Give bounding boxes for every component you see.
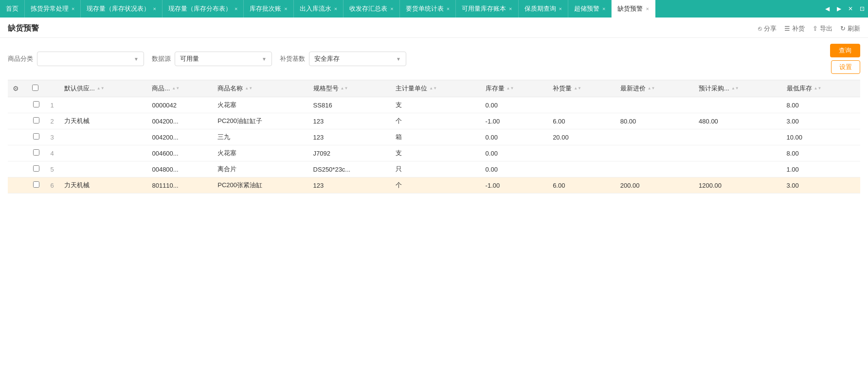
datasource-filter-group: 数据源 可用量 ▼: [152, 52, 272, 66]
tab-close-all-button[interactable]: ✕: [845, 0, 856, 18]
col-checkbox: [27, 80, 45, 97]
row-min-stock-cell: 3.00: [782, 177, 860, 194]
row-name-cell: 火花塞: [213, 145, 308, 161]
tab-bar: 首页 拣货异常处理 × 现存量（库存状况表） × 现存量（库存分布表） × 库存…: [0, 0, 868, 18]
row-supplier-cell: [59, 161, 147, 177]
row-settings-cell: [8, 129, 27, 145]
datasource-select[interactable]: 可用量 ▼: [175, 52, 272, 66]
row-min-stock-cell: 8.00: [782, 97, 860, 113]
settings-icon[interactable]: ⚙: [13, 85, 19, 92]
row-unit-cell: 个: [391, 177, 480, 194]
row-replenish-cell: 6.00: [548, 113, 615, 129]
tab-shortage[interactable]: 缺货预警 ×: [612, 0, 655, 18]
row-checkbox-3[interactable]: [33, 149, 39, 156]
row-est-cell: [694, 97, 781, 113]
row-est-cell: [694, 161, 781, 177]
export-icon: ⇧: [813, 25, 818, 32]
tab-available-ledger[interactable]: 可用量库存账本 ×: [456, 0, 518, 18]
tab-inventory-dist[interactable]: 现存量（库存分布表） ×: [163, 0, 244, 18]
row-stock-cell: -1.00: [481, 177, 548, 194]
tab-expiry-query[interactable]: 保质期查询 ×: [519, 0, 568, 18]
tab-batch-account[interactable]: 库存批次账 ×: [244, 0, 293, 18]
table-header-row: ⚙ 默认供应... ▲▼ 商品...: [8, 80, 860, 97]
tab-close-inout-flow[interactable]: ×: [334, 6, 337, 12]
table-row[interactable]: 6 力天机械 801110... PC200张紧油缸 123 个 -1.00 6…: [8, 177, 860, 194]
table-row[interactable]: 5 004800... 离合片 DS250*23c... 只 0.00 1.00: [8, 161, 860, 177]
row-name-cell: 离合片: [213, 161, 308, 177]
row-settings-cell: [8, 177, 27, 194]
row-checkbox-cell: [27, 161, 45, 177]
row-price-cell: [615, 161, 694, 177]
table-row[interactable]: 3 004200... 三九 123 箱 0.00 20.00 10.00: [8, 129, 860, 145]
row-code-cell: 801110...: [147, 177, 213, 194]
tab-close-inventory-dist[interactable]: ×: [235, 6, 237, 12]
row-min-stock-cell: 3.00: [782, 113, 860, 129]
col-product-code[interactable]: 商品... ▲▼: [147, 80, 213, 97]
datasource-select-value: 可用量: [180, 54, 258, 63]
col-unit[interactable]: 主计量单位 ▲▼: [391, 80, 480, 97]
row-name-cell: PC200油缸缸子: [213, 113, 308, 129]
sort-icon-spec: ▲▼: [341, 87, 348, 90]
table-row[interactable]: 2 力天机械 004200... PC200油缸缸子 123 个 -1.00 6…: [8, 113, 860, 129]
share-button[interactable]: ⎋ 分享: [758, 24, 777, 33]
row-code-cell: 004600...: [147, 145, 213, 161]
row-code-cell: 004200...: [147, 129, 213, 145]
row-settings-cell: [8, 113, 27, 129]
col-stock[interactable]: 库存量 ▲▼: [481, 80, 548, 97]
tab-close-receive-summary[interactable]: ×: [390, 6, 393, 12]
tab-close-expiry-query[interactable]: ×: [559, 6, 562, 12]
col-settings: ⚙: [8, 80, 27, 97]
query-button[interactable]: 查询: [830, 44, 860, 57]
col-est-purchase[interactable]: 预计采购... ▲▼: [694, 80, 781, 97]
row-checkbox-0[interactable]: [33, 101, 39, 107]
tab-close-batch-account[interactable]: ×: [284, 6, 287, 12]
table-row[interactable]: 1 0000042 火花塞 SS816 支 0.00 8.00: [8, 97, 860, 113]
row-checkbox-1[interactable]: [33, 117, 39, 123]
row-num-cell: 4: [45, 145, 59, 161]
tab-close-requisition-stats[interactable]: ×: [447, 6, 450, 12]
row-checkbox-cell: [27, 97, 45, 113]
tab-close-available-ledger[interactable]: ×: [509, 6, 512, 12]
category-select[interactable]: ▼: [37, 52, 144, 66]
col-default-supplier[interactable]: 默认供应... ▲▼: [59, 80, 147, 97]
row-checkbox-2[interactable]: [33, 133, 39, 140]
row-min-stock-cell: 10.00: [782, 129, 860, 145]
col-spec[interactable]: 规格型号 ▲▼: [308, 80, 391, 97]
tab-next-button[interactable]: ▶: [833, 0, 845, 18]
table-row[interactable]: 4 004600... 火花塞 J7092 支 0.00 8.00: [8, 145, 860, 161]
select-all-checkbox[interactable]: [32, 85, 38, 91]
row-price-cell: [615, 97, 694, 113]
settings-button[interactable]: 设置: [831, 60, 860, 74]
col-min-stock[interactable]: 最低库存 ▲▼: [782, 80, 860, 97]
tab-overstock[interactable]: 超储预警 ×: [568, 0, 612, 18]
tab-restore-button[interactable]: ⊡: [856, 0, 868, 18]
tab-prev-button[interactable]: ◀: [821, 0, 833, 18]
col-replenish-qty[interactable]: 补货量 ▲▼: [548, 80, 615, 97]
tab-close-inventory-status[interactable]: ×: [153, 6, 156, 12]
sort-icon-est: ▲▼: [731, 87, 739, 90]
row-replenish-cell: [548, 145, 615, 161]
refresh-button[interactable]: ↻ 刷新: [840, 24, 860, 33]
tab-close-shortage[interactable]: ×: [646, 6, 649, 12]
replenish-button[interactable]: ☰ 补货: [784, 24, 805, 33]
row-supplier-cell: 力天机械: [59, 113, 147, 129]
row-checkbox-5[interactable]: [33, 181, 39, 188]
replenish-base-filter-group: 补货基数 安全库存 ▼: [280, 52, 406, 66]
row-num-cell: 2: [45, 113, 59, 129]
tab-close-overstock[interactable]: ×: [602, 6, 605, 12]
tab-inventory-status[interactable]: 现存量（库存状况表） ×: [81, 0, 162, 18]
row-checkbox-cell: [27, 145, 45, 161]
tab-close-abnormal[interactable]: ×: [72, 6, 74, 12]
tab-abnormal[interactable]: 拣货异常处理 ×: [25, 0, 81, 18]
tab-requisition-stats[interactable]: 要货单统计表 ×: [400, 0, 456, 18]
tab-inout-flow[interactable]: 出入库流水 ×: [294, 0, 344, 18]
row-checkbox-4[interactable]: [33, 165, 39, 172]
tab-home[interactable]: 首页: [0, 0, 25, 18]
tab-receive-summary[interactable]: 收发存汇总表 ×: [344, 0, 399, 18]
col-product-name[interactable]: 商品名称 ▲▼: [213, 80, 308, 97]
col-latest-price[interactable]: 最新进价 ▲▼: [615, 80, 694, 97]
row-supplier-cell: 力天机械: [59, 177, 147, 194]
replenish-base-select[interactable]: 安全库存 ▼: [309, 52, 406, 66]
row-code-cell: 0000042: [147, 97, 213, 113]
export-button[interactable]: ⇧ 导出: [813, 24, 832, 33]
